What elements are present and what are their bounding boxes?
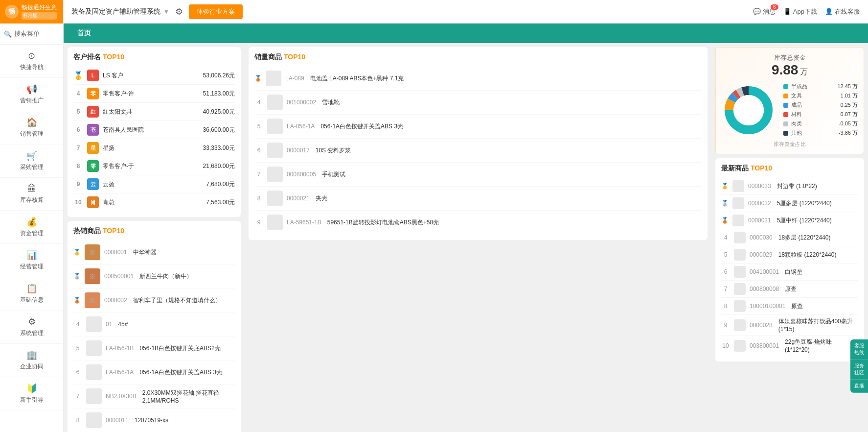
sidebar-item-label: 企业协同 — [20, 362, 44, 371]
float-button-1[interactable]: 服务社区 — [850, 360, 868, 380]
product-thumbnail: 🖼 — [85, 292, 100, 308]
chart-legend: 半成品 12.45 万 文具 1.01 万 成品 0.25 万 材料 0.07 … — [783, 83, 858, 139]
rank-avatar: 零 — [87, 88, 99, 99]
sidebar-logo: 畅 畅捷通好生意 标准版 — [0, 0, 63, 24]
product-name: 22g鱼豆腐-烧烤味 (1*12*20) — [785, 338, 858, 353]
system-selector[interactable]: 装备及固定资产辅助管理系统 ▼ — [71, 7, 169, 16]
product-code: 004100001 — [750, 268, 779, 275]
product-thumbnail: 🖼 — [85, 244, 100, 260]
legend-dot — [783, 94, 788, 98]
basic-icon: 📋 — [26, 283, 37, 294]
product-thumbnail — [734, 283, 746, 295]
rank-avatar: 云 — [87, 178, 99, 190]
customer-rank-item: 🥇 L LS 客户 53,006.26元 — [73, 67, 235, 85]
rank-number: 8 — [73, 163, 83, 169]
newest-products-list: 🥇0000033封边带 (1.0*22)🥈00000325厘多层 (1220*2… — [721, 178, 858, 356]
product-name: 手机测试 — [322, 170, 702, 179]
product-name: 5厘中纤 (1220*2440) — [777, 216, 858, 225]
sold-product-item: 5LA-056-1A056-1A白色按键开关盖ABS 3壳 — [254, 115, 702, 139]
rank-number: 4 — [73, 321, 82, 328]
product-thumbnail — [86, 388, 102, 404]
product-code: 003800001 — [750, 342, 779, 349]
sidebar-item-inventory[interactable]: 🏛库存核算 — [0, 178, 63, 211]
product-thumbnail — [734, 266, 746, 278]
service-label: 在线客服 — [835, 7, 860, 16]
settings-icon[interactable]: ⚙ — [175, 6, 183, 17]
product-thumbnail: 🖼 — [85, 268, 100, 284]
legend-item: 文具 1.01 万 — [783, 92, 858, 99]
product-name: 雪地靴 — [322, 98, 702, 107]
sidebar-item-quick-nav[interactable]: ⊙快捷导航 — [0, 45, 63, 78]
sidebar-item-marketing[interactable]: 📢营销推广 — [0, 78, 63, 111]
message-button[interactable]: 💬 消息 6 — [753, 7, 776, 16]
sold-product-item: 9LA-59651-1B59651-1B旋转投影灯电池盒ABS黑色+58壳 — [254, 211, 702, 234]
app-download-button[interactable]: 📱 App下载 — [783, 7, 817, 16]
rank-medal: 🥈 — [73, 273, 81, 280]
customer-ranking-title: 客户排名TOP10 — [73, 53, 235, 62]
rank-avatar: 星 — [87, 142, 99, 154]
sidebar-item-enterprise[interactable]: 🏢企业协同 — [0, 344, 63, 377]
product-name: 原查 — [785, 285, 858, 293]
customer-rank-item: 7 星 星扬 33,333.00元 — [73, 139, 235, 157]
rank-amount: 40,925.00元 — [203, 108, 235, 116]
sidebar-item-label: 库存核算 — [20, 196, 44, 204]
rank-number: 6 — [721, 268, 730, 275]
rank-number: 7 — [721, 286, 730, 292]
operation-icon: 📊 — [26, 250, 37, 261]
logo-title: 畅捷通好生意 — [22, 4, 57, 12]
float-button-2[interactable]: 直播 — [850, 380, 868, 393]
customer-ranking-card: 客户排名TOP10 🥇 L LS 客户 53,006.26元 4 零 零售客户-… — [68, 47, 241, 217]
svg-point-7 — [733, 95, 764, 125]
product-code: 0000021 — [287, 195, 310, 202]
inventory-label: 库存总资金 — [774, 54, 806, 61]
rank-medal: 🥇 — [73, 249, 81, 256]
legend-dot — [783, 112, 788, 117]
hot-product-item: 5LA-056-1B056-1B白色按键开关底ABS2壳 — [73, 336, 235, 360]
guide-icon: 🔰 — [26, 383, 37, 394]
product-thumbnail — [734, 249, 746, 261]
sidebar-item-finance[interactable]: 💰资金管理 — [0, 211, 63, 244]
hot-product-item: 🥉🖼0000002智利车子里（规格不知道填什么） — [73, 288, 235, 312]
product-code: 10000100001 — [750, 303, 785, 310]
sidebar: 畅 畅捷通好生意 标准版 🔍 搜索菜单 ⊙快捷导航📢营销推广🏠销售管理🛒采购管理… — [0, 0, 64, 432]
product-thumbnail — [267, 95, 283, 110]
product-code: 0000031 — [748, 217, 771, 224]
top-bar-right: 💬 消息 6 📱 App下载 👤 在线客服 — [753, 7, 860, 16]
sidebar-item-basic[interactable]: 📋基础信息 — [0, 277, 63, 311]
product-name: 12070519-xs — [135, 417, 235, 424]
product-code: 0000033 — [748, 183, 771, 190]
newest-product-item: 7000800008原查 — [721, 281, 858, 298]
search-icon: 🔍 — [4, 30, 12, 38]
sidebar-item-sales[interactable]: 🏠销售管理 — [0, 111, 63, 144]
home-tab[interactable]: 首页 — [71, 27, 97, 40]
search-menu-button[interactable]: 🔍 搜索菜单 — [4, 27, 59, 40]
sidebar-item-operation[interactable]: 📊经营管理 — [0, 244, 63, 277]
sidebar-item-guide[interactable]: 🔰新手引导 — [0, 377, 63, 410]
product-code: 0000001 — [104, 249, 127, 256]
rank-number: 5 — [721, 251, 730, 258]
hot-products-list: 🥇🖼0000001中华神器🥈🖼000500001新西兰牛肉（新牛）🥉🖼00000… — [73, 240, 235, 432]
sidebar-item-system[interactable]: ⚙系统管理 — [0, 311, 63, 344]
legend-name: 文具 — [791, 92, 838, 99]
newest-product-item: 🥇0000033封边带 (1.0*22) — [721, 178, 858, 195]
sidebar-item-purchase[interactable]: 🛒采购管理 — [0, 144, 63, 178]
newest-product-item: 1000380000122g鱼豆腐-烧烤味 (1*12*20) — [721, 336, 858, 356]
rank-medal: 🥉 — [721, 217, 729, 224]
app-label: App下载 — [793, 7, 817, 16]
rank-number: 8 — [73, 417, 82, 424]
trial-button[interactable]: 体验行业方案 — [189, 4, 243, 19]
middle-panel: 销量商品TOP10 🥉LA-089电池盖 LA-089 ABS本色+黑种 7.1… — [245, 43, 711, 432]
product-thumbnail — [86, 364, 102, 380]
legend-item: 半成品 12.45 万 — [783, 83, 858, 90]
newest-product-item: 90000028体娱嘉核味苏打饮品400毫升 (1*15) — [721, 315, 858, 336]
content-header: 首页 — [64, 24, 868, 43]
rank-number: 9 — [721, 322, 730, 329]
customer-rank-item: 10 肖 肖总 7,563.00元 — [73, 193, 235, 211]
customer-rank-item: 8 零 零售客户-于 21,680.00元 — [73, 157, 235, 175]
float-button-0[interactable]: 客服热线 — [850, 339, 868, 360]
legend-dot — [783, 131, 788, 136]
online-service-button[interactable]: 👤 在线客服 — [825, 7, 860, 16]
legend-dot — [783, 121, 788, 126]
sidebar-item-label: 系统管理 — [20, 329, 44, 337]
rank-number: 6 — [73, 369, 82, 376]
